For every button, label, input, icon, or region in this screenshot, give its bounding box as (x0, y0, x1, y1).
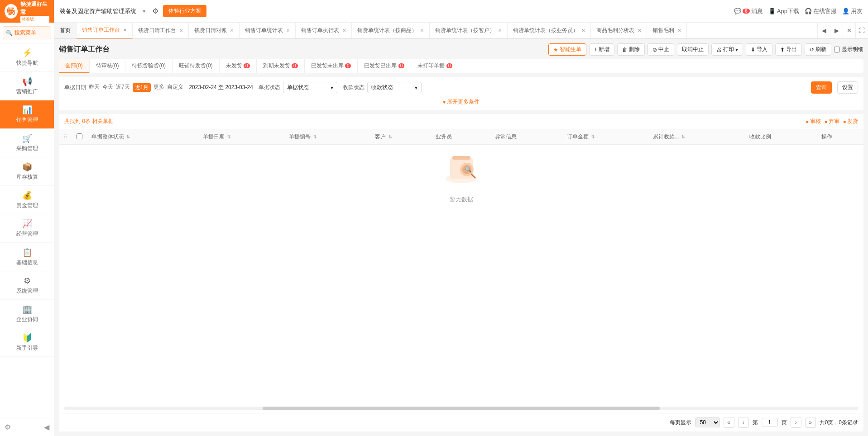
tab-cash-daily[interactable]: 钱货日清工作台 ✕ (133, 23, 189, 39)
show-detail-checkbox[interactable] (834, 47, 840, 52)
tab-close-cash-daily[interactable]: ✕ (179, 28, 183, 33)
enterprise-icon: 🏢 (22, 304, 32, 314)
user-menu-button[interactable]: 👤 用友 (842, 7, 863, 15)
sidebar-item-guide[interactable]: 🔰 新手引导 (0, 328, 54, 357)
tab-close-cash-reconcile[interactable]: ✕ (230, 28, 234, 33)
tab-close-sales-exec[interactable]: ✕ (342, 28, 346, 33)
filter-payment-select[interactable]: 收款状态 ▾ (367, 82, 422, 93)
prev-page-button[interactable]: ‹ (738, 417, 749, 428)
tab-close-sales-summary-customer[interactable]: ✕ (498, 28, 502, 33)
settings-icon[interactable]: ⚙ (5, 423, 11, 431)
tab-home[interactable]: 首页 (54, 23, 77, 39)
tab-close-sales-stats[interactable]: ✕ (286, 28, 290, 33)
search-menu-button[interactable]: 🔍 搜索菜单 (3, 26, 51, 39)
review-action-button[interactable]: ● 审核 (806, 118, 820, 125)
tab-close-product-margin[interactable]: ✕ (638, 28, 641, 33)
sub-tab-not-shipped[interactable]: 未发货 0 (220, 59, 257, 73)
tab-sales-gross[interactable]: 销售毛利 ✕ (647, 23, 687, 39)
sidebar-item-operation[interactable]: 📈 经营管理 (0, 214, 54, 243)
new-button[interactable]: + 新增 (589, 43, 614, 56)
app-download-button[interactable]: 📱 App下载 (768, 7, 799, 15)
collapse-icon[interactable]: ◀ (44, 423, 49, 431)
last-page-button[interactable]: » (805, 417, 816, 428)
sidebar-item-marketing[interactable]: 📢 营销推广 (0, 72, 54, 100)
first-page-button[interactable]: « (724, 417, 734, 428)
page-number-input[interactable] (762, 418, 778, 427)
filter-date-month[interactable]: 近1月 (133, 83, 151, 92)
sidebar-item-quick-nav[interactable]: ⚡ 快捷导航 (0, 43, 54, 72)
tab-cash-reconcile[interactable]: 钱货日清对账 ✕ (189, 23, 240, 39)
tab-maximize[interactable]: ⛶ (855, 23, 868, 39)
expand-filter-button[interactable]: ▾ 展开更多条件 (443, 98, 480, 106)
sidebar-item-inventory[interactable]: 📦 库存核算 (0, 157, 54, 186)
tab-close-sales-order-workbench[interactable]: ✕ (123, 28, 127, 33)
sort-status-icon[interactable]: ⇅ (126, 134, 130, 139)
table-area: 共找到 0条 相关单据 ● 审核 ● 弃审 (59, 114, 863, 431)
next-page-button[interactable]: › (791, 417, 801, 428)
sort-number-icon[interactable]: ⇅ (313, 134, 317, 139)
sub-tab-not-printed[interactable]: 未打印单据 0 (411, 59, 459, 73)
sort-date-icon[interactable]: ⇅ (227, 134, 230, 139)
sub-tab-overdue-not-shipped[interactable]: 到期未发货 0 (257, 59, 305, 73)
sub-tab-wangpu-delivery[interactable]: 旺铺待发货(0) (173, 59, 220, 73)
cancel-stop-button[interactable]: 取消中止 (677, 43, 709, 56)
tab-sales-order-workbench[interactable]: 销售订单工作台 ✕ (77, 23, 133, 39)
ship-action-button[interactable]: ● 发货 (843, 118, 858, 125)
tab-close-sales-summary-product[interactable]: ✕ (420, 28, 424, 33)
setting-button[interactable]: 设置 (837, 81, 858, 94)
tab-sales-exec[interactable]: 销售订单执行表 ✕ (296, 23, 352, 39)
sub-tab-shipped-not-out[interactable]: 已发货未出库 0 (305, 59, 358, 73)
scrollbar-thumb[interactable] (263, 407, 660, 410)
topbar-dropdown-icon[interactable]: ▾ (143, 8, 146, 14)
tab-close-sales-summary-staff[interactable]: ✕ (581, 28, 585, 33)
sub-tab-all[interactable]: 全部(0) (59, 59, 90, 73)
tab-nav-buttons: ◀ ▶ ✕ ⛶ (817, 23, 868, 39)
print-button[interactable]: 🖨 打印 ▾ (711, 43, 743, 56)
quick-nav-icon: ⚡ (22, 48, 32, 58)
tab-close-sales-gross[interactable]: ✕ (677, 28, 681, 33)
import-button[interactable]: ⬇ 导入 (746, 43, 772, 56)
sidebar-item-basic[interactable]: 📋 基础信息 (0, 243, 54, 271)
filter-date-yesterday[interactable]: 昨天 (89, 83, 100, 92)
sidebar-item-enterprise[interactable]: 🏢 企业协同 (0, 300, 54, 328)
export-button[interactable]: ⬆ 导出 (775, 43, 802, 56)
sub-tab-pending-inspect[interactable]: 待拣货验货(0) (125, 59, 173, 73)
sidebar-item-system[interactable]: ⚙ 系统管理 (0, 271, 54, 300)
filter-status-select[interactable]: 单据状态 ▾ (283, 82, 337, 93)
sort-customer-icon[interactable]: ⇅ (388, 134, 392, 139)
sidebar-item-finance[interactable]: 💰 资金管理 (0, 186, 54, 214)
sub-tab-shipped-out[interactable]: 已发货已出库 0 (358, 59, 411, 73)
cancel-review-action-button[interactable]: ● 弃审 (825, 118, 839, 125)
sub-tab-pending-review[interactable]: 待审核(0) (90, 59, 126, 73)
topbar-gear-icon[interactable]: ⚙ (152, 7, 158, 15)
filter-date-custom[interactable]: 自定义 (167, 83, 183, 92)
tab-product-margin[interactable]: 商品毛利分析表 ✕ (591, 23, 647, 39)
refresh-button[interactable]: ↺ 刷新 (805, 43, 831, 56)
table-scroll-area[interactable]: ⠿ 单据整体状态 ⇅ 单据日期 ⇅ (59, 129, 863, 404)
tab-close-all[interactable]: ✕ (843, 23, 855, 39)
show-detail-checkbox-area[interactable]: 显示明细 (834, 46, 863, 53)
select-all-checkbox[interactable] (77, 133, 82, 139)
tab-nav-next[interactable]: ▶ (830, 23, 843, 39)
tab-sales-summary-product[interactable]: 销货单统计表（按商品） ✕ (352, 23, 430, 39)
sidebar-item-sales[interactable]: 📊 销售管理 (0, 100, 54, 129)
per-page-select[interactable]: 50 100 200 (695, 417, 720, 427)
filter-date-more[interactable]: 更多 (153, 83, 164, 92)
industry-solution-button[interactable]: 体验行业方案 (163, 5, 206, 17)
stop-button[interactable]: ⊘ 中止 (647, 43, 674, 56)
filter-date-7days[interactable]: 近7天 (116, 83, 130, 92)
sort-amount-icon[interactable]: ⇅ (591, 134, 595, 139)
tab-sales-summary-customer[interactable]: 销货单统计表（按客户） ✕ (430, 23, 508, 39)
sidebar-item-purchase[interactable]: 🛒 采购管理 (0, 129, 54, 157)
smart-order-button[interactable]: ★ 智能生单 (548, 43, 586, 56)
filter-date-today[interactable]: 今天 (102, 83, 113, 92)
message-button[interactable]: 💬 6 消息 (734, 7, 763, 15)
online-service-button[interactable]: 🎧 在线客服 (805, 7, 837, 15)
sort-collected-icon[interactable]: ⇅ (681, 134, 685, 139)
delete-button[interactable]: 🗑 删除 (617, 43, 645, 56)
query-button[interactable]: 查询 (811, 81, 832, 94)
tab-sales-summary-staff[interactable]: 销货单统计表（按业务员） ✕ (508, 23, 591, 39)
horizontal-scrollbar[interactable] (64, 407, 858, 410)
tab-nav-prev[interactable]: ◀ (817, 23, 830, 39)
tab-sales-stats[interactable]: 销售订单统计表 ✕ (240, 23, 296, 39)
